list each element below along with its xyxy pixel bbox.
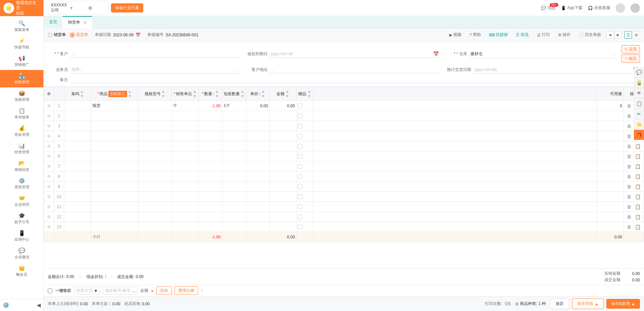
row-price-7[interactable] [246,171,269,182]
row-price-6[interactable] [246,161,269,171]
row-product-6[interactable] [91,161,138,171]
row-gear-icon[interactable]: ⚙ [47,225,51,229]
row-qty-0[interactable]: -1.00 [199,101,222,111]
row-product-5[interactable] [91,151,138,161]
row-qty-7[interactable] [199,171,222,182]
sidebar-item-newbie[interactable]: 🎓 新手引导 [0,210,43,227]
rfp-btn-3[interactable]: 👁 [634,88,644,98]
row-unit-6[interactable] [172,161,199,171]
row-pkgqty-11[interactable] [222,212,246,222]
delete-icon-11[interactable]: 🗑 [626,214,633,220]
message-button[interactable]: 💬 消息 99+ [541,5,556,11]
row-unit-1[interactable] [172,111,199,121]
row-amount-3[interactable] [269,131,296,141]
row-unit-3[interactable] [172,131,199,141]
gift-checkbox-12[interactable] [298,225,303,229]
row-spec-0[interactable] [138,101,172,111]
row-pkgqty-3[interactable] [222,131,246,141]
row-qty-11[interactable] [199,212,222,222]
delete-icon-1[interactable]: 🗑 [626,113,633,119]
copy-icon-10[interactable]: 📋 [634,204,642,209]
avatar[interactable] [616,3,625,13]
sidebar-item-quick-nav[interactable]: ⚡ 快捷导航 [0,35,43,52]
row-gift-3[interactable] [296,131,313,141]
row-gear-icon[interactable]: ⚙ [47,184,51,189]
row-product-4[interactable] [91,141,138,151]
rfp-btn-1[interactable]: 💬 [634,67,644,77]
row-qty-1[interactable] [199,111,222,121]
company-selector[interactable]: XXXXXX公司 ▼ ⚙ [48,1,108,15]
row-barcode-2[interactable] [64,121,91,131]
customer-address-input[interactable]: ... [270,66,441,73]
row-qty-5[interactable] [199,151,222,161]
row-pkgqty-5[interactable] [222,151,246,161]
row-product-8[interactable] [91,182,138,192]
row-product-9[interactable] [91,192,138,202]
row-price-0[interactable]: 0.00 [246,101,269,111]
row-unit-0[interactable]: 个 [172,101,199,111]
row-spec-9[interactable] [138,192,172,202]
row-gift-0[interactable] [296,101,313,111]
sidebar-item-app[interactable]: 📱 应用中心 [0,227,43,245]
row-gift-5[interactable] [296,151,313,161]
row-pkgqty-2[interactable] [222,121,246,131]
due-date-input[interactable]: yyyy-mm-dd 📅 [270,50,441,58]
row-product-0[interactable]: 拣货 [91,101,138,111]
prev-btn[interactable]: ◀ [606,31,614,39]
row-price-5[interactable] [246,151,269,161]
sales-order-radio[interactable]: 销货单 [48,32,66,38]
row-product-10[interactable] [91,202,138,212]
calendar-icon[interactable]: 📅 [136,33,141,37]
row-unit-10[interactable] [172,202,199,212]
row-price-11[interactable] [246,212,269,222]
row-spec-4[interactable] [138,141,172,151]
tab-close-icon[interactable]: ✕ [83,20,87,25]
row-gear-icon[interactable]: ⚙ [47,124,51,128]
row-qty-8[interactable] [199,182,222,192]
row-qty-4[interactable] [199,141,222,151]
row-gift-1[interactable] [296,111,313,121]
filter-button[interactable]: ☰ 筛选 [513,31,531,39]
row-spec-10[interactable] [138,202,172,212]
abandon-button[interactable]: 放弃 [550,299,569,309]
copy-icon-8[interactable]: 📋 [634,184,642,189]
row-qty-2[interactable] [199,121,222,131]
delete-icon-8[interactable]: 🗑 [626,184,633,189]
row-barcode-12[interactable] [64,222,91,232]
row-unit-9[interactable] [172,192,199,202]
row-price-4[interactable] [246,141,269,151]
sidebar-item-operations[interactable]: 📊 经营管理 [0,140,43,157]
row-gear-icon[interactable]: ⚙ [47,144,51,149]
grid-view-btn[interactable]: ⊞ [633,31,640,39]
history-button[interactable]: 📄 历史单据 [576,31,604,39]
row-gift-9[interactable] [296,192,313,202]
payment-account-select[interactable]: 收款账号 账号 ... [103,287,138,295]
row-gear-icon[interactable]: ⚙ [47,104,51,108]
row-product-2[interactable] [91,121,138,131]
row-amount-7[interactable] [269,171,296,182]
gift-checkbox-10[interactable] [298,204,303,209]
sidebar-item-member[interactable]: 👑 畅会员 [0,262,43,280]
collapse-icon[interactable]: ◀ [37,302,41,308]
row-price-9[interactable] [246,192,269,202]
row-barcode-9[interactable] [64,192,91,202]
delete-icon-6[interactable]: 🗑 [626,164,633,169]
row-barcode-11[interactable] [64,212,91,222]
next-btn[interactable]: ▶ [614,31,622,39]
video-button[interactable]: ▶ 视频 [447,31,464,39]
sidebar-item-enterprise[interactable]: 🤝 企业协同 [0,192,43,210]
row-gift-8[interactable] [296,182,313,192]
row-product-1[interactable] [91,111,138,121]
row-pkgqty-0[interactable]: 1个 [222,101,246,111]
row-qty-3[interactable] [199,131,222,141]
row-amount-12[interactable] [269,222,296,232]
row-gear-icon[interactable]: ⚙ [47,204,51,209]
row-qty-6[interactable] [199,161,222,171]
row-spec-11[interactable] [138,212,172,222]
tab-home[interactable]: 首页 [44,16,63,28]
experience-button[interactable]: 体验行业方案 [111,3,143,12]
gift-checkbox-5[interactable] [298,154,303,159]
row-barcode-5[interactable] [64,151,91,161]
settings-icon[interactable]: ⚙️ [3,302,9,308]
warehouse-input[interactable]: 建材仓 ... [469,50,616,58]
